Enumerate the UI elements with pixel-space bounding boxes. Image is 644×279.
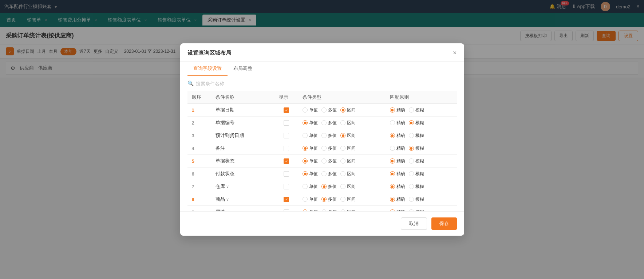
dialog-overlay: 设置查询区域布局 × 查询字段设置 布局调整 🔍 顺序 xyxy=(0,0,644,78)
dialog-tab-query-fields[interactable]: 查询字段设置 xyxy=(187,62,228,76)
dialog-search-area: 🔍 xyxy=(180,76,464,78)
dialog-tab-query-fields-label: 查询字段设置 xyxy=(193,66,222,71)
dialog-tab-layout-label: 布局调整 xyxy=(233,66,252,71)
dialog-title: 设置查询区域布局 xyxy=(187,50,231,56)
dialog-header: 设置查询区域布局 × xyxy=(180,43,464,62)
dialog-tabs: 查询字段设置 布局调整 xyxy=(180,62,464,76)
dialog-close-button[interactable]: × xyxy=(453,49,457,57)
dialog-tab-layout[interactable]: 布局调整 xyxy=(228,62,258,76)
settings-dialog: 设置查询区域布局 × 查询字段设置 布局调整 🔍 顺序 xyxy=(180,43,464,78)
